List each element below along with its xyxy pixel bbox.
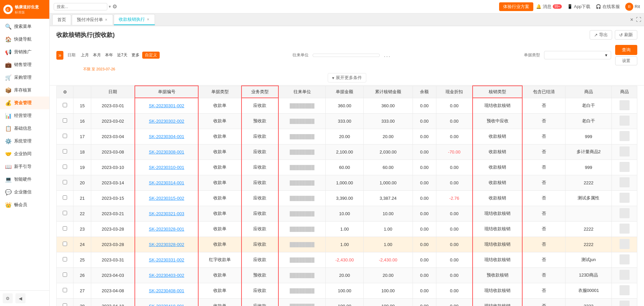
row-balance: 0.00	[413, 252, 436, 267]
row-checkbox[interactable]	[57, 160, 73, 175]
tab-collection-close[interactable]: ×	[146, 17, 150, 22]
row-checkbox[interactable]	[57, 283, 73, 298]
bill-no-link[interactable]: SK-20230304-001	[149, 134, 184, 139]
sidebar-item-purchase[interactable]: 🛒 采购管理	[0, 71, 49, 84]
sidebar-item-guide[interactable]: 📖 新手引导	[0, 160, 49, 173]
bill-no-link[interactable]: SK-20230403-002	[149, 273, 184, 278]
last-month-button[interactable]: 上月	[79, 52, 90, 59]
row-checkbox[interactable]	[57, 298, 73, 306]
row-amount: 360.00	[326, 98, 364, 113]
bill-no-link[interactable]: SK-20230315-002	[149, 196, 184, 201]
tab-collection[interactable]: 收款核销执行 ×	[114, 14, 155, 25]
col-partner: 往来单位	[278, 86, 326, 98]
tab-payable-close[interactable]: ×	[104, 17, 108, 22]
bill-no-link[interactable]: SK-20230314-001	[149, 180, 184, 185]
sidebar-item-search[interactable]: 🔍 搜索菜单	[0, 20, 49, 33]
sidebar-item-base[interactable]: 📋 基础信息	[0, 122, 49, 135]
tab-payable[interactable]: 预付冲应付单 ×	[72, 14, 113, 25]
col-goods: 商品	[566, 86, 612, 98]
row-biz-type: 应收款	[241, 298, 278, 306]
this-year-button[interactable]: 本年	[104, 52, 114, 59]
row-biz-type: 应收款	[241, 144, 278, 160]
sidebar-item-marketing[interactable]: 📢 营销推广	[0, 46, 49, 58]
row-biz-type: 应收款	[241, 129, 278, 144]
row-index: 26	[73, 267, 91, 283]
gear-icon: ⚙	[63, 89, 67, 95]
expand-button[interactable]: ▾ 展开更多条件	[328, 73, 366, 82]
tab-window-expand-button[interactable]: ⛶	[636, 17, 641, 23]
query-button[interactable]: 查询	[615, 45, 637, 55]
tab-window-close-button[interactable]: ×	[630, 17, 633, 23]
row-biz-type: 应收款	[241, 160, 278, 175]
row-checkbox[interactable]	[57, 206, 73, 221]
user-avatar: R	[625, 3, 633, 11]
logo-sub: 标准版	[15, 10, 39, 15]
tab-home[interactable]: 首页	[52, 14, 71, 25]
sidebar-item-wechat[interactable]: 💬 企业微信	[0, 186, 49, 198]
industry-solution-button[interactable]: 体验行业方案	[499, 2, 533, 11]
row-checkbox[interactable]	[57, 221, 73, 237]
sidebar-item-system[interactable]: ⚙️ 系统管理	[0, 135, 49, 147]
row-checkbox[interactable]	[57, 175, 73, 190]
bill-no-link[interactable]: SK-20230328-001	[149, 227, 184, 232]
bill-type-select[interactable]: ▾	[544, 51, 611, 59]
bill-no-link[interactable]: SK-20230418-001	[149, 304, 184, 306]
user-profile-button[interactable]: R Rit	[625, 3, 640, 11]
customer-input[interactable]	[313, 54, 380, 57]
row-checkbox[interactable]	[57, 237, 73, 252]
bill-no-link[interactable]: SK-20230302-002	[149, 119, 184, 124]
sidebar-item-finance[interactable]: 💰 资金管理	[0, 97, 49, 109]
bill-no-link[interactable]: SK-20230408-001	[149, 288, 184, 293]
more-button[interactable]: 更多	[130, 52, 141, 59]
row-checkbox[interactable]	[57, 113, 73, 129]
row-checkbox[interactable]	[57, 267, 73, 283]
row-goods2	[612, 267, 637, 283]
sidebar-item-member[interactable]: 👑 畅会员	[0, 198, 49, 211]
row-cumulative: 2,030.00	[364, 144, 413, 160]
topbar-right: 🔔 消息 99+ 📱 App下载 🎧 在线客服 R Rit	[536, 3, 640, 11]
bill-no-link[interactable]: SK-20230308-001	[149, 149, 184, 155]
sidebar-label-purchase: 采购管理	[14, 74, 32, 80]
sidebar-item-enterprise[interactable]: 🤝 企业协同	[0, 147, 49, 160]
topbar-gear-icon[interactable]: ⚙	[112, 3, 117, 10]
last7-button[interactable]: 近7天	[116, 52, 129, 59]
customer-label: 往来单位	[292, 52, 309, 58]
online-service-button[interactable]: 🎧 在线客服	[596, 4, 620, 10]
sidebar-item-inventory[interactable]: 📦 库存核算	[0, 84, 49, 97]
app-download-button[interactable]: 📱 App下载	[567, 4, 590, 10]
topbar-breadcrumb: ▾ ⚙	[54, 3, 496, 10]
sidebar-settings-button[interactable]: ⚙	[3, 293, 13, 303]
setting-button[interactable]: 设置	[615, 56, 637, 65]
notification-label: 消息	[543, 4, 551, 10]
row-checkbox[interactable]	[57, 98, 73, 113]
row-include-settled: 否	[522, 160, 565, 175]
row-checkbox[interactable]	[57, 190, 73, 206]
bill-no-link[interactable]: SK-20230331-002	[149, 257, 184, 262]
this-month-button[interactable]: 本月	[92, 52, 102, 59]
col-gear[interactable]: ⚙	[57, 86, 73, 98]
row-cumulative: 100.00	[364, 283, 413, 298]
sidebar-item-quick[interactable]: 🏠 快捷导航	[0, 33, 49, 46]
custom-date-button[interactable]: 自定义	[142, 52, 160, 59]
row-goods: 测试多属性	[566, 190, 612, 206]
row-bill-type: 收款单	[198, 206, 241, 221]
topbar-search-input[interactable]	[54, 3, 107, 10]
bill-no-link[interactable]: SK-20230301-002	[149, 103, 184, 108]
row-goods2	[612, 144, 637, 160]
sidebar-collapse-button[interactable]: ◀	[15, 293, 25, 303]
filter-collapse-button[interactable]: »	[56, 51, 63, 60]
row-checkbox[interactable]	[57, 252, 73, 267]
bill-no-link[interactable]: SK-20230321-003	[149, 211, 184, 216]
sidebar-item-hardware[interactable]: 💻 智能硬件	[0, 173, 49, 186]
bill-no-link[interactable]: SK-20230310-001	[149, 165, 184, 170]
main-content: ▾ ⚙ 体验行业方案 🔔 消息 99+ 📱 App下载 🎧 在线客服 R Rit	[50, 0, 644, 306]
row-bill-type: 收款单	[198, 175, 241, 190]
bill-no-link[interactable]: SK-20230328-002	[149, 242, 184, 247]
row-checkbox[interactable]	[57, 144, 73, 160]
sidebar-item-operation[interactable]: 📊 经营管理	[0, 109, 49, 122]
refresh-button[interactable]: ↺ 刷新	[615, 30, 637, 40]
row-checkbox[interactable]	[57, 129, 73, 144]
sidebar-item-sales[interactable]: 💼 销售管理	[0, 58, 49, 71]
export-button[interactable]: ↗ 导出	[590, 30, 612, 40]
notification-button[interactable]: 🔔 消息 99+	[536, 4, 562, 10]
